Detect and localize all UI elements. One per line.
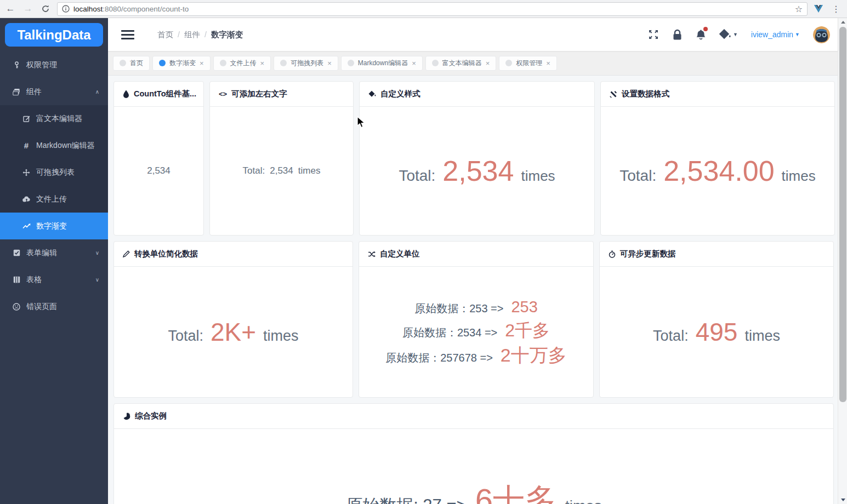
scroll-up-icon[interactable]: [838, 18, 847, 26]
chevron-down-icon: ∨: [95, 250, 99, 256]
browser-back-icon[interactable]: ←: [4, 3, 16, 15]
cloud-upload-icon: [22, 196, 31, 203]
tag-draggable-list[interactable]: 可拖拽列表×: [274, 56, 338, 71]
sidebar-item-file-upload[interactable]: 文件上传: [0, 186, 108, 213]
tag-access[interactable]: 权限管理×: [499, 56, 557, 71]
scrollbar-thumb[interactable]: [839, 27, 846, 402]
card-custom-unit: 自定义单位 原始数据：253 => 253 原始数据：2534 => 2千多: [359, 241, 594, 398]
breadcrumb-home[interactable]: 首页: [157, 30, 173, 40]
sidebar-item-draggable-list[interactable]: 可拖拽列表: [0, 159, 108, 186]
close-icon[interactable]: ×: [412, 60, 416, 67]
fullscreen-icon[interactable]: [648, 29, 659, 40]
card-unit-simplify: 转换单位简化数据 Total: 2K+ times: [113, 241, 353, 398]
user-menu[interactable]: iview_admin ▼: [751, 30, 800, 39]
notification-badge: [703, 27, 708, 31]
tag-markdown-editor[interactable]: Markdown编辑器×: [341, 56, 423, 71]
key-icon: [12, 61, 21, 69]
sidebar-menu: 权限管理 组件 ∧ 富文本编辑器 # Markdown编辑器: [0, 51, 108, 504]
sidebar-item-error-pages[interactable]: 错误页面: [0, 293, 108, 320]
card-countto-basic: CountTo组件基... 2,534: [113, 81, 204, 236]
card-custom-style: 自定义样式 Total: 2,534 times: [359, 81, 595, 236]
hash-icon: #: [22, 141, 31, 150]
chevron-up-icon: ∧: [95, 89, 99, 95]
tag-rich-editor[interactable]: 富文本编辑器×: [425, 56, 497, 71]
notification-bell-icon[interactable]: [696, 29, 706, 41]
browser-forward-icon[interactable]: →: [22, 3, 34, 15]
avatar[interactable]: [813, 26, 830, 43]
close-icon[interactable]: ×: [327, 60, 332, 67]
sidebar-item-label: 数字渐变: [36, 221, 67, 231]
count-suffix: times: [521, 168, 555, 185]
count-suffix: times: [565, 497, 602, 504]
sidebar-item-label: 权限管理: [26, 60, 57, 70]
sidebar-item-markdown-editor[interactable]: # Markdown编辑器: [0, 132, 108, 159]
vue-devtools-icon[interactable]: [813, 4, 824, 14]
count-value: 2,534: [442, 154, 514, 187]
edit-square-icon: [22, 115, 31, 122]
chevron-down-icon: ∨: [95, 277, 99, 283]
unit-row: 原始数据：257678 => 2十万多: [385, 346, 567, 365]
card-data-format: 设置数据格式 Total: 2,534.00 times: [600, 81, 835, 236]
opened-tags-bar: 首页 数字渐变× 文件上传× 可拖拽列表× Markdown编辑器× 富文本编辑…: [108, 51, 838, 76]
sad-face-icon: [12, 303, 21, 311]
stopwatch-icon: [609, 250, 616, 258]
tag-dot: [348, 60, 354, 66]
sidebar-item-label: 文件上传: [36, 194, 67, 204]
browser-toolbar: ← → localhost:8080/component/count-to ☆ …: [0, 0, 847, 18]
sidebar-toggle-icon[interactable]: [121, 30, 134, 39]
sidebar-item-components[interactable]: 组件 ∧: [0, 78, 108, 105]
count-prefix: Total:: [399, 167, 435, 185]
tag-count-to[interactable]: 数字渐变×: [152, 56, 211, 71]
sidebar-item-label: 表格: [26, 275, 42, 285]
count-suffix: times: [744, 328, 780, 345]
pie-chart-icon: [123, 413, 130, 420]
browser-reload-icon[interactable]: [39, 3, 52, 15]
close-icon[interactable]: ×: [200, 60, 204, 67]
page-scrollbar[interactable]: [838, 18, 847, 504]
count-suffix: times: [298, 165, 321, 176]
tag-dot: [432, 60, 439, 66]
scroll-down-icon[interactable]: [838, 496, 847, 504]
sidebar-item-form-editor[interactable]: 表单编辑 ∨: [0, 239, 108, 266]
browser-menu-icon[interactable]: ⋮: [829, 4, 843, 14]
tag-dot: [120, 60, 126, 66]
count-value: 253: [511, 299, 537, 315]
sidebar-item-label: Markdown编辑器: [36, 141, 95, 151]
breadcrumb-components[interactable]: 组件: [184, 30, 200, 40]
close-icon[interactable]: ×: [486, 60, 490, 67]
breadcrumb: 首页 / 组件 / 数字渐变: [157, 30, 243, 40]
caret-down-icon: ▼: [733, 32, 738, 37]
count-prefix: Total:: [243, 165, 265, 176]
close-icon[interactable]: ×: [546, 60, 550, 67]
page-content: CountTo组件基... 2,534 <>可添加左右文字 Total: 2,5…: [108, 76, 838, 504]
paint-bucket-icon: [368, 90, 376, 98]
tag-home[interactable]: 首页: [113, 56, 150, 71]
sidebar-item-label: 富文本编辑器: [36, 114, 82, 124]
count-suffix: times: [263, 328, 299, 345]
card-async-update: 可异步更新数据 Total: 495 times: [599, 241, 834, 398]
tag-file-upload[interactable]: 文件上传×: [213, 56, 271, 71]
tag-dot: [220, 60, 226, 66]
theme-ink-icon[interactable]: ▼: [719, 29, 738, 40]
count-value: 2K+: [211, 317, 256, 347]
url-bar[interactable]: localhost:8080/component/count-to ☆: [57, 2, 808, 16]
sidebar-item-table[interactable]: 表格 ∨: [0, 266, 108, 293]
layers-icon: [12, 88, 21, 96]
lock-icon[interactable]: [672, 29, 683, 41]
unit-row: 原始数据：2534 => 2千多: [402, 322, 550, 340]
sidebar-item-label: 可拖拽列表: [36, 168, 75, 177]
close-icon[interactable]: ×: [260, 60, 265, 67]
username: iview_admin: [751, 30, 793, 39]
site-info-icon[interactable]: [62, 5, 70, 13]
sidebar-item-count-to[interactable]: 数字渐变: [0, 213, 108, 239]
count-value: 6十多: [475, 479, 556, 504]
sidebar-item-rich-editor[interactable]: 富文本编辑器: [0, 105, 108, 132]
tag-dot-active: [159, 60, 166, 66]
sidebar-item-access[interactable]: 权限管理: [0, 51, 108, 78]
app-logo[interactable]: TalkingData: [5, 23, 103, 47]
bookmark-star-icon[interactable]: ☆: [795, 4, 803, 14]
sidebar-submenu: 富文本编辑器 # Markdown编辑器 可拖拽列表 文件上传: [0, 105, 108, 239]
count-value: 2,534: [147, 165, 170, 176]
checkbox-icon: [12, 249, 21, 256]
url-text[interactable]: localhost:8080/component/count-to: [73, 5, 791, 13]
